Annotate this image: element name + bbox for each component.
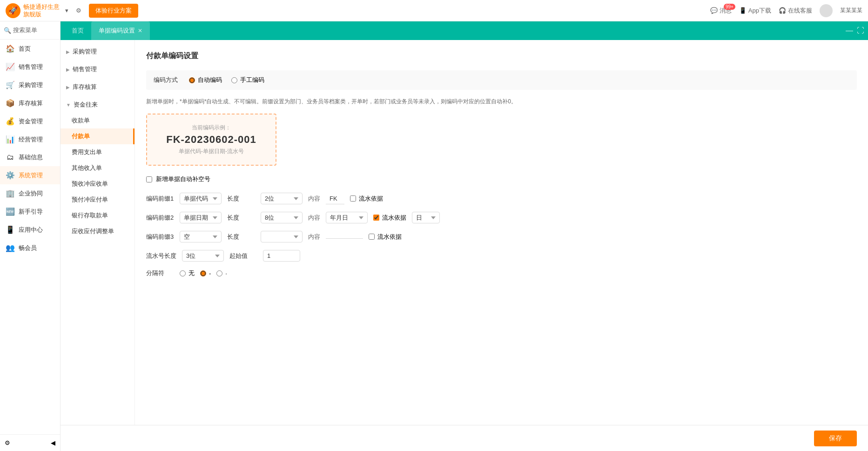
nav-group-label-purchase: 采购管理: [73, 47, 97, 56]
stream3-label: 流水依据: [377, 233, 402, 241]
service-button[interactable]: 🎧 在线客服: [779, 7, 812, 15]
nav-item-bank[interactable]: 银行存取款单: [61, 208, 135, 223]
nav-item-other-income[interactable]: 其他收入单: [61, 160, 135, 176]
nav-group-header-purchase[interactable]: ▶ 采购管理: [61, 44, 135, 60]
sidebar-item-member[interactable]: 👥 畅会员: [0, 239, 60, 257]
length1-label: 长度: [227, 195, 255, 203]
chevron-right-icon-2: ▶: [66, 67, 70, 72]
tab-encode-settings[interactable]: 单据编码设置 ✕: [91, 21, 150, 40]
nav-group-purchase: ▶ 采购管理: [61, 44, 135, 60]
nav-item-receipt[interactable]: 收款单: [61, 113, 135, 128]
nav-dropdown[interactable]: ▾: [65, 7, 68, 14]
stream3-check: 流水依据: [369, 233, 402, 241]
settings-icon-bottom[interactable]: ⚙: [5, 439, 10, 446]
start-val-label: 起始值: [229, 252, 257, 260]
nav-group-header-sales[interactable]: ▶ 销售管理: [61, 61, 135, 77]
content3-label: 内容: [308, 233, 320, 241]
sep-dot-input[interactable]: [216, 270, 222, 276]
sidebar-item-finance[interactable]: 💰 资金管理: [0, 112, 60, 130]
sidebar-label-home: 首页: [19, 45, 31, 53]
sep-none-input[interactable]: [180, 270, 186, 276]
message-badge: 99+: [724, 4, 735, 10]
prefix1-select[interactable]: 单据代码: [180, 193, 222, 204]
nav-dropdown-label: ▾: [65, 7, 68, 14]
prefix2-select[interactable]: 单据日期: [180, 212, 222, 223]
preview-code: FK-20230602-001: [161, 134, 262, 146]
prefix3-select[interactable]: 空: [180, 231, 222, 242]
prefix2-label: 编码前缀2: [146, 214, 174, 222]
home-icon: 🏠: [6, 44, 15, 53]
tab-home[interactable]: 首页: [64, 21, 91, 40]
sep-dash-input[interactable]: [200, 270, 206, 276]
stream2-label: 流水依据: [382, 214, 406, 222]
app-download-button[interactable]: 📱 App下载: [739, 7, 771, 15]
top-bar-right: 💬 消息 99+ 📱 App下载 🎧 在线客服 某某某某: [710, 4, 862, 17]
sep-none-radio[interactable]: 无: [180, 269, 195, 277]
user-name: 某某某某: [840, 7, 862, 14]
settings-icon[interactable]: ⚙: [72, 4, 85, 17]
tab-expand-icon[interactable]: ⛶: [857, 27, 864, 35]
auto-fill-checkbox[interactable]: [146, 176, 152, 182]
stream2-checkbox[interactable]: [373, 215, 379, 221]
left-nav: ▶ 采购管理 ▶ 销售管理 ▶ 库存核算: [61, 40, 135, 425]
sep-dot-label: ·: [225, 270, 227, 277]
sidebar-item-enterprise[interactable]: 🏢 企业协同: [0, 184, 60, 202]
stream1-checkbox[interactable]: [350, 195, 356, 202]
page-content: ▶ 采购管理 ▶ 销售管理 ▶ 库存核算: [61, 40, 868, 425]
content1-label: 内容: [308, 195, 320, 203]
nav-item-payment[interactable]: 付款单: [61, 128, 135, 144]
length1-select[interactable]: 2位: [261, 193, 303, 204]
sidebar-item-guide[interactable]: 🆕 新手引导: [0, 202, 60, 221]
sidebar-search[interactable]: 🔍 搜索菜单: [0, 21, 60, 40]
auto-encode-input[interactable]: [189, 77, 195, 83]
auto-encode-radio[interactable]: 自动编码: [189, 76, 222, 84]
sidebar-item-system[interactable]: ⚙️ 系统管理: [0, 166, 60, 184]
tab-close-icon[interactable]: ✕: [138, 27, 142, 34]
serial-len-label: 流水号长度: [146, 252, 176, 260]
length3-select[interactable]: [261, 231, 303, 242]
sidebar-item-inventory[interactable]: 📦 库存核算: [0, 94, 60, 112]
nav-item-adjust[interactable]: 应收应付调整单: [61, 223, 135, 239]
nav-group-header-inventory[interactable]: ▶ 库存核算: [61, 79, 135, 95]
auto-fill-row: 新增单据自动补空号: [146, 175, 857, 183]
user-avatar[interactable]: [820, 4, 833, 17]
sidebar-item-base[interactable]: 🗂 基础信息: [0, 148, 60, 166]
stream2-unit-select[interactable]: 日: [412, 212, 440, 223]
nav-item-pre-receipt[interactable]: 预收冲应收单: [61, 176, 135, 192]
save-button[interactable]: 保存: [814, 431, 857, 446]
nav-item-pre-payment[interactable]: 预付冲应付单: [61, 192, 135, 208]
serial-len-select[interactable]: 3位: [182, 250, 224, 262]
system-icon: ⚙️: [6, 171, 15, 180]
start-val-input[interactable]: [263, 250, 300, 262]
content2-select[interactable]: 年月日: [326, 212, 368, 223]
manual-encode-input[interactable]: [231, 77, 237, 83]
sep-dot-radio[interactable]: ·: [216, 270, 227, 277]
bottom-bar: 保存: [61, 425, 868, 451]
manual-encode-radio[interactable]: 手工编码: [231, 76, 264, 84]
form-area: 付款单编码设置 编码方式 自动编码 手工编码: [135, 40, 868, 425]
trial-button[interactable]: 体验行业方案: [89, 4, 138, 18]
sep-dash-radio[interactable]: -: [200, 270, 211, 277]
page-title: 付款单编码设置: [146, 51, 857, 61]
stream1-label: 流水依据: [359, 195, 383, 203]
sidebar-item-operation[interactable]: 📊 经营管理: [0, 130, 60, 148]
sidebar-item-sales[interactable]: 📈 销售管理: [0, 58, 60, 76]
sidebar-item-purchase[interactable]: 🛒 采购管理: [0, 76, 60, 94]
length2-select[interactable]: 8位: [261, 212, 303, 223]
sales-icon: 📈: [6, 62, 15, 71]
app-icon: 📱: [739, 7, 747, 14]
nav-group-capital: ▼ 资金往来 收款单 付款单 费用支出单 其他收入单 预收冲应收单 预付冲应付单…: [61, 97, 135, 239]
tab-minimize-icon[interactable]: —: [846, 27, 853, 35]
sidebar-item-apps[interactable]: 📱 应用中心: [0, 221, 60, 239]
nav-group-header-capital[interactable]: ▼ 资金往来: [61, 97, 135, 113]
service-label: 在线客服: [788, 7, 812, 15]
sidebar-label-apps: 应用中心: [19, 226, 43, 234]
message-icon: 💬: [710, 7, 718, 14]
collapse-icon[interactable]: ◀: [51, 439, 55, 446]
operation-icon: 📊: [6, 135, 15, 144]
stream3-checkbox[interactable]: [369, 234, 375, 240]
search-icon: 🔍: [4, 27, 11, 34]
nav-item-expense[interactable]: 费用支出单: [61, 144, 135, 160]
sidebar-item-home[interactable]: 🏠 首页: [0, 40, 60, 58]
message-button[interactable]: 💬 消息 99+: [710, 7, 732, 15]
